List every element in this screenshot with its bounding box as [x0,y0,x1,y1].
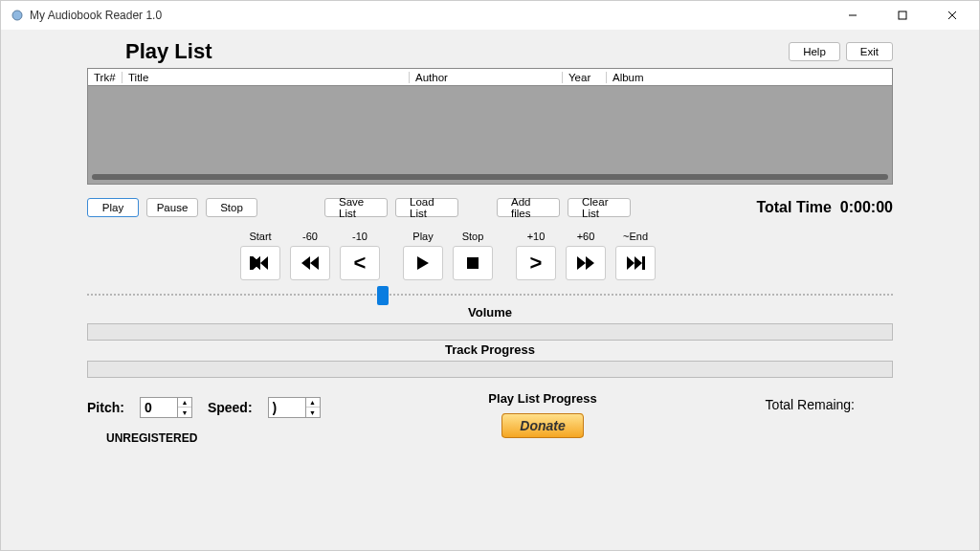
help-button[interactable]: Help [789,42,840,61]
svg-marker-17 [627,256,635,270]
rewind-60-button[interactable] [290,246,330,280]
exit-button[interactable]: Exit [846,42,893,61]
col-title[interactable]: Title [122,72,410,83]
pitch-label: Pitch: [87,400,124,415]
minimize-button[interactable] [835,5,870,26]
horizontal-scrollbar[interactable] [92,174,888,180]
end-label: ~End [623,231,648,244]
svg-rect-19 [642,256,645,270]
speed-input[interactable] [268,397,306,418]
svg-marker-13 [417,256,429,270]
svg-point-0 [12,11,22,20]
volume-slider[interactable] [87,290,893,299]
transport-stop-label: Stop [462,231,484,244]
titlebar: My Audiobook Reader 1.0 [1,1,979,30]
total-time-value: 0:00:00 [840,199,893,215]
svg-marker-11 [301,256,310,270]
pitch-up[interactable]: ▲ [178,398,191,408]
add-files-button[interactable]: Add files [497,198,560,217]
total-time-label: Total Time [756,199,832,215]
minus10-label: -10 [352,231,368,244]
transport-play-label: Play [412,231,433,244]
playlist-heading: Play List [125,39,212,64]
rewind-10-button[interactable]: < [340,246,380,280]
pitch-input[interactable] [140,397,178,418]
track-progress-label: Track Progress [87,342,893,357]
app-icon [11,9,24,22]
donate-button[interactable]: Donate [501,413,583,438]
skip-start-button[interactable] [240,246,280,280]
svg-marker-12 [310,256,319,270]
stop-button[interactable]: Stop [206,198,257,217]
track-progress-bar[interactable] [87,323,893,341]
playlist-table[interactable]: Trk# Title Author Year Album [87,68,893,185]
playlist-progress-bar[interactable] [87,361,893,378]
table-header: Trk# Title Author Year Album [88,69,892,86]
svg-marker-16 [586,256,594,270]
svg-marker-15 [577,256,586,270]
col-year[interactable]: Year [563,72,607,83]
forward-60-button[interactable] [566,246,606,280]
transport-play-button[interactable] [403,246,443,280]
volume-thumb[interactable] [377,286,389,305]
svg-rect-2 [899,11,906,19]
plus60-label: +60 [577,231,595,244]
minus60-label: -60 [302,231,318,244]
unregistered-label: UNREGISTERED [106,431,321,445]
svg-marker-10 [260,256,268,270]
pitch-down[interactable]: ▼ [178,408,191,417]
transport-stop-button[interactable] [453,246,493,280]
col-trk[interactable]: Trk# [88,72,122,83]
play-button[interactable]: Play [87,198,139,217]
maximize-button[interactable] [885,5,920,26]
forward-10-button[interactable]: > [516,246,556,280]
svg-rect-14 [467,257,479,269]
svg-rect-5 [250,256,253,270]
close-button[interactable] [935,5,969,26]
save-list-button[interactable]: Save List [324,198,388,217]
skip-end-button[interactable] [615,246,656,280]
speed-label: Speed: [208,400,253,415]
plus10-label: +10 [527,231,546,244]
window-title: My Audiobook Reader 1.0 [30,9,162,22]
table-body[interactable] [88,86,892,184]
speed-up[interactable]: ▲ [306,398,320,408]
start-label: Start [249,231,271,244]
speed-down[interactable]: ▼ [306,408,320,417]
svg-marker-18 [635,256,642,270]
total-remaining-label: Total Remaing: [766,397,855,412]
col-author[interactable]: Author [410,72,563,83]
playlist-progress-label: Play List Progress [340,391,746,406]
load-list-button[interactable]: Load List [395,198,458,217]
pause-button[interactable]: Pause [146,198,198,217]
clear-list-button[interactable]: Clear List [568,198,631,217]
col-album[interactable]: Album [607,72,892,83]
volume-label: Volume [87,305,893,320]
